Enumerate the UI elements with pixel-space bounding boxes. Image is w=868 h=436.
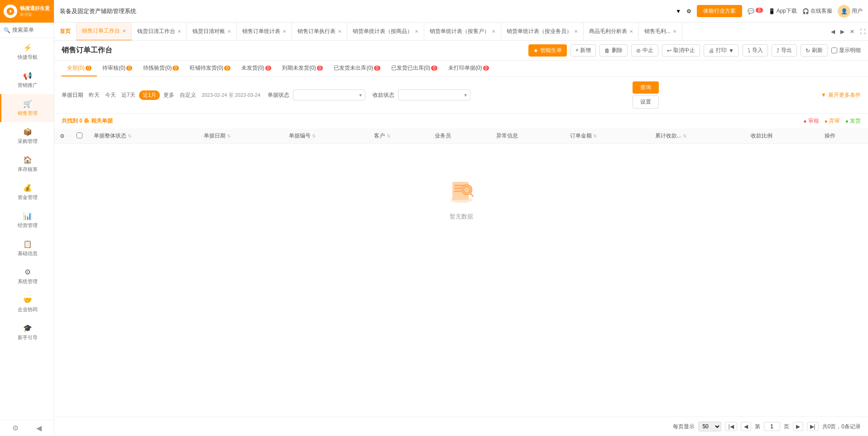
page-input[interactable] bbox=[764, 422, 780, 431]
user-btn[interactable]: 👤 用户 bbox=[838, 5, 863, 18]
subtab-7[interactable]: 已发货已出库(0)0 bbox=[386, 61, 443, 76]
sidebar-item-快捷导航[interactable]: ⚡快捷导航 bbox=[0, 38, 54, 66]
sidebar-item-营销推广[interactable]: 📢营销推广 bbox=[0, 66, 54, 94]
show-detail-checkbox[interactable] bbox=[831, 47, 837, 53]
tab-9[interactable]: 商品毛利分析表✕ bbox=[584, 23, 639, 41]
subtab-1[interactable]: 待审核(0)0 bbox=[97, 61, 138, 76]
export-button[interactable]: ⤴ 导出 bbox=[772, 44, 797, 57]
ship-btn[interactable]: ● 发货 bbox=[845, 117, 861, 125]
gear-icon[interactable]: ⚙ bbox=[686, 8, 691, 14]
gear-icon[interactable]: ⚙ bbox=[60, 133, 65, 139]
print-dropdown-icon[interactable]: ▼ bbox=[729, 47, 734, 54]
tab-3[interactable]: 钱货日清对账✕ bbox=[187, 23, 237, 41]
tab-close-btn[interactable]: ✕ bbox=[492, 29, 495, 34]
smart-create-button[interactable]: ★ 智能生单 bbox=[528, 44, 567, 57]
import-button[interactable]: ⤵ 导入 bbox=[743, 44, 768, 57]
subtab-3[interactable]: 旺铺待发货(0)0 bbox=[184, 61, 236, 76]
empty-text: 暂无数据 bbox=[450, 213, 473, 221]
subtab-6[interactable]: 已发货未出库(0)0 bbox=[328, 61, 385, 76]
subtab-0[interactable]: 全部(0)0 bbox=[62, 61, 97, 76]
print-button[interactable]: 🖨 打印 ▼ bbox=[704, 44, 739, 57]
subtab-8[interactable]: 未打印单据(0)0 bbox=[443, 61, 494, 76]
refresh-button[interactable]: ↻ 刷新 bbox=[801, 44, 828, 57]
tab-close-btn[interactable]: ✕ bbox=[629, 29, 633, 34]
sidebar-item-经营管理[interactable]: 📊经营管理 bbox=[0, 206, 54, 234]
sidebar-item-销售管理[interactable]: 🛒销售管理 bbox=[0, 94, 54, 122]
page-size-select[interactable]: 50 100 200 bbox=[698, 422, 721, 431]
tab-6[interactable]: 销货单统计表（按商品）✕ bbox=[347, 23, 424, 41]
date-shortcut[interactable]: 自定义 bbox=[178, 90, 198, 100]
sidebar-item-新手引导[interactable]: 🎓新手引导 bbox=[0, 318, 54, 346]
sort-icon-number[interactable]: ⇅ bbox=[312, 133, 316, 138]
cancel-review-btn[interactable]: ● 弃审 bbox=[825, 117, 840, 125]
cancel-stop-button[interactable]: ↩ 取消中止 bbox=[662, 44, 700, 57]
delete-button[interactable]: 🗑 删除 bbox=[599, 44, 628, 57]
page-label: 第 bbox=[755, 423, 760, 431]
sort-icon-date[interactable]: ⇅ bbox=[227, 133, 230, 138]
tab-4[interactable]: 销售订单统计表✕ bbox=[237, 23, 292, 41]
date-shortcut[interactable]: 更多 bbox=[162, 90, 176, 100]
tab-close-btn[interactable]: ✕ bbox=[415, 29, 418, 34]
tab-close-all[interactable]: ✕ bbox=[847, 23, 857, 41]
tab-close-btn[interactable]: ✕ bbox=[673, 29, 676, 34]
date-shortcut[interactable]: 今天 bbox=[103, 90, 118, 100]
last-page-btn[interactable]: ▶| bbox=[807, 422, 819, 431]
sort-icon-collected[interactable]: ⇅ bbox=[683, 133, 686, 138]
payment-select[interactable] bbox=[398, 90, 470, 100]
table-scroll-area[interactable]: ⚙ 单据整体状态 ⇅ 单据日期 ⇅ 单据编号 ⇅ 客户 ⇅ 业务员 异常信息 订… bbox=[54, 128, 868, 417]
first-page-btn[interactable]: |◀ bbox=[725, 422, 737, 431]
setting-button[interactable]: 设置 bbox=[633, 95, 659, 109]
settings-icon[interactable]: ⚙ bbox=[12, 424, 19, 432]
sidebar-search[interactable]: 🔍 搜索菜单 bbox=[0, 23, 54, 38]
sidebar-item-基础信息[interactable]: 📋基础信息 bbox=[0, 234, 54, 262]
stop-button[interactable]: ⊘ 中止 bbox=[631, 44, 658, 57]
select-all-checkbox[interactable] bbox=[77, 133, 82, 138]
sort-icon-status[interactable]: ⇅ bbox=[128, 133, 131, 138]
tab-close-btn[interactable]: ✕ bbox=[338, 29, 341, 34]
query-button[interactable]: 查询 bbox=[633, 81, 659, 94]
tab-expand[interactable]: ⛶ bbox=[857, 23, 868, 41]
add-button[interactable]: + 新增 bbox=[571, 44, 596, 57]
tab-0[interactable]: 首页 bbox=[54, 23, 77, 41]
collapse-icon[interactable]: ◀ bbox=[36, 424, 42, 432]
online-service-btn[interactable]: 🎧 在线客服 bbox=[802, 7, 832, 15]
sort-icon-customer[interactable]: ⇅ bbox=[387, 133, 390, 138]
tab-close-btn[interactable]: ✕ bbox=[283, 29, 286, 34]
tab-8[interactable]: 销货单统计表（按业务员）✕ bbox=[501, 23, 584, 41]
tab-10[interactable]: 销售毛利...✕ bbox=[639, 23, 682, 41]
show-detail-label[interactable]: 显示明细 bbox=[831, 47, 861, 54]
subtab-4[interactable]: 未发货(0)0 bbox=[236, 61, 277, 76]
tab-close-btn[interactable]: ✕ bbox=[177, 29, 181, 34]
status-select[interactable] bbox=[293, 90, 365, 100]
sidebar-item-企业协同[interactable]: 🤝企业协同 bbox=[0, 290, 54, 318]
tab-close-btn[interactable]: ✕ bbox=[122, 28, 126, 33]
notification-btn[interactable]: 💬 6 bbox=[748, 8, 763, 14]
sidebar-item-库存核算[interactable]: 🏠库存核算 bbox=[0, 150, 54, 178]
tab-close-btn[interactable]: ✕ bbox=[227, 29, 231, 34]
sort-icon-amount[interactable]: ⇅ bbox=[593, 133, 597, 138]
review-btn[interactable]: ● 审核 bbox=[803, 117, 819, 125]
date-shortcut[interactable]: 近1月 bbox=[139, 90, 160, 100]
subtab-5[interactable]: 到期未发货(0)0 bbox=[277, 61, 328, 76]
date-shortcut[interactable]: 近7天 bbox=[120, 90, 137, 100]
expand-btn[interactable]: ▼ 展开更多条件 bbox=[821, 91, 861, 99]
tab-label: 钱货日清工作台 bbox=[137, 28, 175, 35]
app-download-btn[interactable]: 📱 App下载 bbox=[768, 7, 797, 15]
date-shortcut[interactable]: 昨天 bbox=[87, 90, 101, 100]
system-dropdown[interactable]: ▼ bbox=[676, 8, 681, 14]
tab-nav-right[interactable]: ▶ bbox=[838, 23, 847, 41]
tab-7[interactable]: 销货单统计表（按客户）✕ bbox=[424, 23, 501, 41]
tab-2[interactable]: 钱货日清工作台✕ bbox=[132, 23, 187, 41]
prev-page-btn[interactable]: ◀ bbox=[741, 422, 751, 431]
sidebar-item-系统管理[interactable]: ⚙系统管理 bbox=[0, 262, 54, 290]
next-page-btn[interactable]: ▶ bbox=[793, 422, 803, 431]
tab-close-btn[interactable]: ✕ bbox=[574, 29, 578, 34]
status-filter-label: 单据状态 bbox=[268, 91, 289, 99]
tab-1[interactable]: 销售订单工作台✕ bbox=[77, 23, 132, 41]
tab-nav-left[interactable]: ◀ bbox=[828, 23, 838, 41]
sidebar-item-资金管理[interactable]: 💰资金管理 bbox=[0, 178, 54, 206]
sidebar-item-采购管理[interactable]: 📦采购管理 bbox=[0, 122, 54, 150]
tab-5[interactable]: 销售订单执行表✕ bbox=[292, 23, 347, 41]
subtab-2[interactable]: 待拣验货(0)0 bbox=[138, 61, 184, 76]
solution-button[interactable]: 体验行业方案 bbox=[697, 5, 742, 17]
